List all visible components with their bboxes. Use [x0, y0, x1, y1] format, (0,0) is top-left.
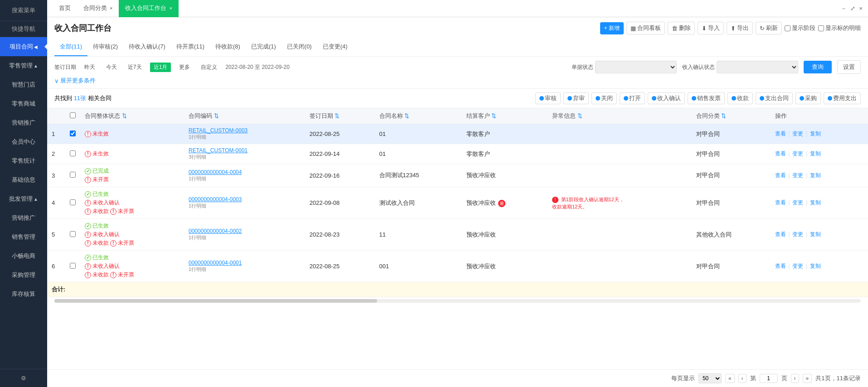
show-marked-input[interactable]	[818, 25, 824, 31]
more-btn[interactable]: 更多	[176, 63, 193, 72]
copy-btn-5[interactable]: 复制	[810, 231, 821, 237]
view-btn-4[interactable]: 查看	[775, 199, 786, 206]
cell-checkbox[interactable]	[65, 251, 80, 282]
close-button[interactable]: ×	[859, 5, 863, 12]
view-btn-2[interactable]: 查看	[775, 150, 786, 157]
income-confirm-select[interactable]	[717, 61, 798, 73]
filter-tab-pending-invoice[interactable]: 待开票(11)	[171, 38, 210, 56]
filter-tab-all[interactable]: 全部(11)	[54, 38, 87, 56]
tab-income-workbench[interactable]: 收入合同工作台 ×	[119, 0, 178, 17]
sidebar-item-member[interactable]: 会员中心	[0, 132, 47, 151]
row-checkbox[interactable]	[70, 199, 76, 205]
yesterday-btn[interactable]: 昨天	[82, 63, 98, 72]
close-btn[interactable]: 关闭	[592, 92, 617, 104]
sidebar-item-retail-mall[interactable]: 零售商城	[0, 94, 47, 113]
last1month-btn[interactable]: 近1月	[150, 63, 171, 72]
edit-btn-2[interactable]: 变更	[792, 150, 803, 157]
audit-btn[interactable]: 审核	[535, 92, 561, 104]
cell-checkbox[interactable]	[65, 219, 80, 251]
sidebar-item-project[interactable]: 项目合同 ◀	[0, 37, 47, 56]
code-link[interactable]: RETAIL_CUSTOM-0003	[189, 127, 301, 134]
show-stage-checkbox[interactable]: 显示阶段	[785, 24, 815, 32]
sidebar-item-retail-mgmt[interactable]: 零售管理 ▲	[0, 56, 47, 75]
row-checkbox[interactable]	[70, 263, 76, 269]
open-btn[interactable]: 打开	[620, 92, 645, 104]
code-link[interactable]: RETAIL_CUSTOM-0001	[189, 147, 301, 154]
setting-button[interactable]: 设置	[837, 60, 861, 74]
abandon-btn[interactable]: 弃审	[563, 92, 589, 104]
cell-checkbox[interactable]	[65, 164, 80, 187]
filter-tab-pending-audit[interactable]: 待审核(2)	[87, 38, 123, 56]
filter-tab-pending-confirm[interactable]: 待收入确认(7)	[123, 38, 171, 56]
maximize-button[interactable]: ⤢	[850, 5, 855, 12]
sidebar-item-base-info[interactable]: 基础信息	[0, 170, 47, 189]
delete-button[interactable]: 🗑 删除	[668, 22, 695, 34]
sidebar-item-inventory[interactable]: 库存核算	[0, 285, 47, 304]
filter-tab-changed[interactable]: 已变更(4)	[317, 38, 353, 56]
code-link[interactable]: 0000000000004-0004	[189, 169, 301, 175]
last-page-btn[interactable]: »	[803, 374, 812, 383]
copy-btn-4[interactable]: 复制	[810, 199, 821, 206]
prev-page-btn[interactable]: ‹	[738, 374, 747, 383]
cell-checkbox[interactable]	[65, 124, 80, 144]
select-all-checkbox[interactable]	[70, 112, 76, 118]
expense-payout-btn[interactable]: 费用支出	[824, 92, 861, 104]
code-link[interactable]: 0000000000004-0002	[189, 228, 301, 234]
import-button[interactable]: ⬇ 导入	[698, 22, 724, 34]
edit-btn-4[interactable]: 变更	[792, 199, 803, 206]
show-stage-input[interactable]	[785, 25, 790, 31]
view-btn-3[interactable]: 查看	[775, 172, 786, 179]
row-checkbox[interactable]	[70, 150, 76, 156]
filter-tab-completed[interactable]: 已完成(1)	[246, 38, 281, 56]
doc-status-select[interactable]	[595, 61, 677, 73]
copy-btn-2[interactable]: 复制	[810, 150, 821, 157]
cell-checkbox[interactable]	[65, 187, 80, 219]
sales-invoice-btn[interactable]: 销售发票	[688, 92, 725, 104]
show-marked-checkbox[interactable]: 显示标的明细	[818, 24, 861, 32]
row-checkbox[interactable]	[70, 231, 76, 237]
edit-btn-3[interactable]: 变更	[792, 172, 803, 179]
sidebar-item-retail-stat[interactable]: 零售统计	[0, 151, 47, 170]
view-btn-5[interactable]: 查看	[775, 231, 786, 237]
tab-home[interactable]: 首页	[53, 0, 77, 17]
sidebar-item-smart-store[interactable]: 智慧门店	[0, 75, 47, 94]
sidebar-settings[interactable]: ⚙	[0, 369, 47, 387]
sidebar-item-xiaochang[interactable]: 小畅电商	[0, 247, 47, 266]
copy-btn-6[interactable]: 复制	[810, 263, 821, 269]
page-size-select[interactable]: 50 20 100	[698, 373, 722, 383]
cell-checkbox[interactable]	[65, 144, 80, 164]
last7-btn[interactable]: 近7天	[125, 63, 145, 72]
edit-btn-5[interactable]: 变更	[792, 231, 803, 237]
view-btn-6[interactable]: 查看	[775, 263, 786, 269]
sidebar-item-wholesale[interactable]: 批发管理 ▲	[0, 189, 47, 208]
sidebar-item-marketing[interactable]: 营销推广	[0, 113, 47, 132]
payout-contract-btn[interactable]: 支出合同	[756, 92, 793, 104]
scroll-thumb[interactable]	[54, 299, 377, 303]
sidebar-item-marketing2[interactable]: 营销推广	[0, 208, 47, 227]
sidebar-item-purchase[interactable]: 采购管理	[0, 266, 47, 285]
edit-btn-1[interactable]: 变更	[792, 131, 803, 137]
row-checkbox[interactable]	[70, 172, 76, 178]
sidebar-search[interactable]: 搜索菜单	[0, 0, 47, 21]
tab-contract-cat[interactable]: 合同分类 ×	[77, 0, 119, 17]
query-button[interactable]: 查询	[804, 61, 832, 73]
new-button[interactable]: + 新增	[600, 22, 624, 34]
today-btn[interactable]: 今天	[103, 63, 120, 72]
contract-board-button[interactable]: ▦ 合同看板	[626, 22, 665, 34]
export-button[interactable]: ⬆ 导出	[727, 22, 753, 34]
edit-btn-6[interactable]: 变更	[792, 263, 803, 269]
purchase-btn[interactable]: 采购	[795, 92, 821, 104]
sidebar-item-sales[interactable]: 销售管理	[0, 227, 47, 247]
tab-close-icon[interactable]: ×	[110, 5, 112, 11]
income-confirm-btn[interactable]: 收入确认	[648, 92, 685, 104]
collect-btn[interactable]: 收款	[727, 92, 753, 104]
filter-tab-closed[interactable]: 已关闭(0)	[281, 38, 317, 56]
custom-btn[interactable]: 自定义	[198, 63, 220, 72]
tab-close-icon2[interactable]: ×	[169, 5, 172, 11]
copy-btn-3[interactable]: 复制	[810, 172, 821, 179]
expand-conditions[interactable]: ∨ 展开更多条件	[54, 77, 96, 85]
current-page-input[interactable]	[760, 374, 778, 383]
copy-btn-1[interactable]: 复制	[810, 131, 821, 137]
next-page-btn[interactable]: ›	[791, 374, 799, 383]
sidebar-nav[interactable]: 快捷导航	[0, 21, 47, 37]
